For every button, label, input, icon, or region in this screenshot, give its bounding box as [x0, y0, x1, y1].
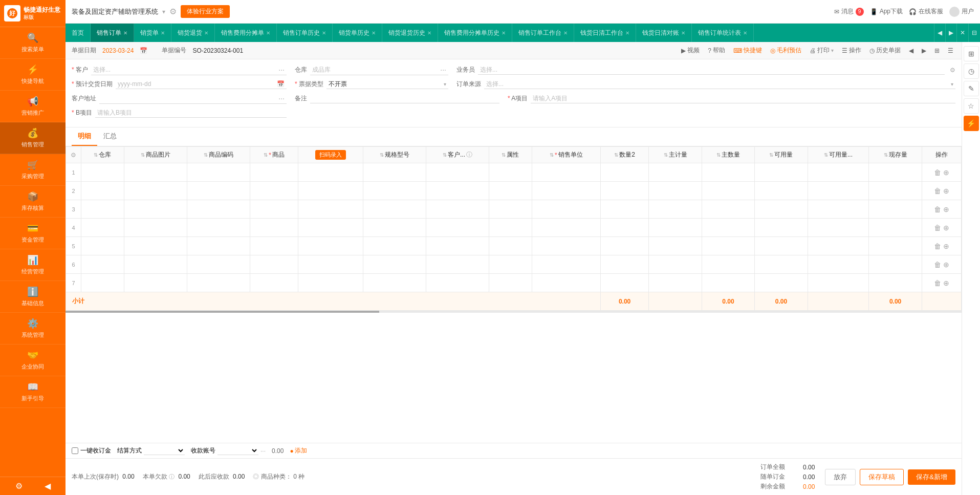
tab-sales-stat[interactable]: 销售订单统计表 ✕	[692, 24, 754, 42]
save-draft-button[interactable]: 保存草稿	[860, 469, 904, 485]
tab-close-icon[interactable]: ✕	[372, 30, 376, 36]
warehouse-input-wrapper[interactable]: ···	[310, 64, 448, 75]
tab-daily-reconcile[interactable]: 钱货日清对账 ✕	[636, 24, 692, 42]
tab-daily-workbench[interactable]: 钱货日清工作台 ✕	[574, 24, 636, 42]
note-input[interactable]	[312, 95, 497, 102]
sidebar-item-sales[interactable]: 💰 销售管理	[0, 122, 66, 154]
tab-expense-history[interactable]: 销售费用分摊单历史 ✕	[438, 24, 512, 42]
delete-row-btn[interactable]: 🗑	[934, 224, 941, 232]
history-btn[interactable]: ◷ 历史单据	[867, 45, 903, 56]
tab-sales-return[interactable]: 销货退货 ✕	[171, 24, 215, 42]
nav-prev-btn[interactable]: ◀	[907, 46, 916, 55]
order-source-input-wrapper[interactable]: ▾	[484, 79, 955, 89]
invoice-dropdown-icon[interactable]: ▾	[444, 81, 446, 87]
profit-btn[interactable]: ◎ 毛利预估	[768, 45, 803, 56]
sidebar-item-marketing[interactable]: 📢 营销推广	[0, 91, 66, 122]
account-expand-icon[interactable]: ···	[260, 447, 266, 455]
copy-row-btn[interactable]: ⊕	[943, 224, 949, 232]
tab-sales-order-history[interactable]: 销售订单历史 ✕	[277, 24, 333, 42]
help-btn[interactable]: ? 帮助	[706, 45, 727, 56]
customer-input-wrapper[interactable]: ···	[91, 64, 287, 75]
row-available-cell[interactable]	[755, 163, 808, 182]
discard-button[interactable]: 放弃	[825, 469, 856, 485]
tab-return-history[interactable]: 销货退货历史 ✕	[382, 24, 438, 42]
addr-input-wrapper[interactable]: ···	[99, 93, 287, 104]
tab-menu-btn[interactable]: ⊟	[968, 24, 980, 42]
copy-row-btn[interactable]: ⊕	[943, 205, 949, 213]
row-product-cell[interactable]	[250, 163, 298, 182]
online-service-item[interactable]: 🎧 在线客服	[909, 7, 943, 16]
row-warehouse-cell[interactable]	[81, 163, 124, 182]
current-info-icon[interactable]: ⓘ	[169, 474, 175, 480]
tab-close-icon[interactable]: ✕	[204, 30, 208, 36]
grid-view-btn[interactable]: ⊞	[932, 46, 942, 55]
delete-row-btn[interactable]: 🗑	[934, 261, 941, 269]
customer-expand-icon[interactable]: ···	[278, 66, 285, 74]
row-main-unit-cell[interactable]	[649, 163, 702, 182]
order-source-dropdown-icon[interactable]: ▾	[951, 81, 953, 87]
tab-home[interactable]: 首页	[66, 24, 91, 42]
delivery-input[interactable]	[118, 80, 275, 88]
rp-flash-btn[interactable]: ⚡	[964, 116, 979, 131]
table-container[interactable]: ⚙ ⇅ 仓库 ⇅ 商品图片 ⇅ 商品编码 ⇅ *商品 扫码录入 ⇅ 规格型号 ⇅…	[66, 146, 962, 443]
a-project-input-wrapper[interactable]	[531, 94, 955, 103]
sidebar-item-operations[interactable]: 📊 经营管理	[0, 249, 66, 281]
row-spec-cell[interactable]	[363, 163, 426, 182]
delete-row-btn[interactable]: 🗑	[934, 205, 941, 213]
sidebar-item-search[interactable]: 🔍 搜索菜单	[0, 27, 66, 59]
print-btn[interactable]: 🖨 打印 ▾	[808, 45, 836, 56]
b-project-input-wrapper[interactable]	[95, 108, 287, 118]
row-main-qty-cell[interactable]	[702, 163, 754, 182]
tab-close-icon[interactable]: ✕	[322, 30, 326, 36]
account-select[interactable]	[217, 446, 258, 455]
auto-settle-checkbox[interactable]: 一键收订金	[72, 446, 111, 455]
tab-close-icon[interactable]: ✕	[681, 30, 685, 36]
info-icon[interactable]: ⓘ	[466, 150, 472, 159]
tab-sales-slip-history[interactable]: 销货单历史 ✕	[333, 24, 382, 42]
tab-prev-btn[interactable]: ◀	[934, 24, 945, 42]
rp-grid-btn[interactable]: ⊞	[964, 46, 979, 61]
rp-edit-btn[interactable]: ✎	[964, 81, 979, 96]
row-qty2-cell[interactable]	[600, 163, 649, 182]
delete-row-btn[interactable]: 🗑	[934, 242, 941, 250]
addr-expand-icon[interactable]: ···	[278, 94, 285, 102]
delete-row-btn[interactable]: 🗑	[934, 187, 941, 195]
tab-sales-slip[interactable]: 销货单 ✕	[134, 24, 171, 42]
sidebar-item-purchase[interactable]: 🛒 采购管理	[0, 154, 66, 186]
collapse-icon[interactable]: ◀	[45, 481, 51, 491]
user-item[interactable]: 用户	[949, 7, 974, 17]
nav-next-btn[interactable]: ▶	[920, 46, 928, 55]
warehouse-expand-icon[interactable]: ···	[440, 66, 446, 74]
row-attr-cell[interactable]	[489, 163, 532, 182]
copy-row-btn[interactable]: ⊕	[943, 279, 949, 287]
row-available2-cell[interactable]	[808, 163, 869, 182]
invoice-select[interactable]	[329, 80, 444, 88]
tab-close-icon[interactable]: ✕	[161, 30, 165, 36]
table-gear-icon[interactable]: ⚙	[71, 152, 76, 159]
staff-input[interactable]	[480, 66, 943, 73]
tab-sales-expense[interactable]: 销售费用分摊单 ✕	[215, 24, 277, 42]
a-project-input[interactable]	[533, 95, 953, 102]
tab-close-icon[interactable]: ✕	[123, 30, 127, 36]
sidebar-item-guide[interactable]: 📖 新手引导	[0, 376, 66, 408]
delete-row-btn[interactable]: 🗑	[934, 168, 941, 177]
save-new-button[interactable]: 保存&新增	[908, 469, 955, 485]
shortcut-btn[interactable]: ⌨ 快捷键	[731, 45, 764, 56]
tab-summary[interactable]: 汇总	[97, 127, 123, 146]
tab-close-all-btn[interactable]: ✕	[956, 24, 968, 42]
message-item[interactable]: ✉ 消息 9	[834, 7, 864, 16]
scan-button[interactable]: 扫码录入	[315, 150, 346, 160]
add-button[interactable]: ● 添加	[290, 446, 307, 455]
calendar-icon[interactable]: 📅	[140, 47, 147, 54]
delivery-input-wrapper[interactable]: 📅	[116, 79, 287, 89]
invoice-select-wrapper[interactable]: ▾	[326, 79, 448, 89]
tab-close-icon[interactable]: ✕	[502, 30, 506, 36]
staff-expand-icon[interactable]: ⚙	[950, 67, 955, 74]
order-source-input[interactable]	[486, 80, 951, 88]
copy-row-btn[interactable]: ⊕	[943, 242, 949, 250]
sidebar-item-inventory[interactable]: 📦 库存核算	[0, 186, 66, 218]
operation-btn[interactable]: ☰ 操作	[840, 45, 863, 56]
sidebar-item-enterprise[interactable]: 🤝 企业协同	[0, 345, 66, 376]
delete-row-btn[interactable]: 🗑	[934, 279, 941, 287]
row-stock-cell[interactable]	[869, 163, 922, 182]
